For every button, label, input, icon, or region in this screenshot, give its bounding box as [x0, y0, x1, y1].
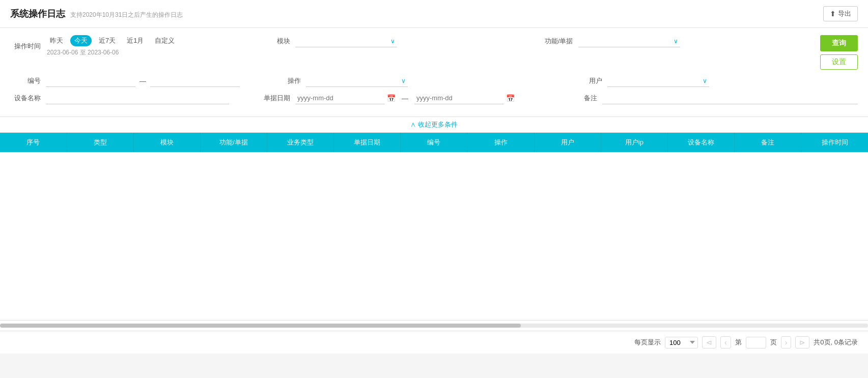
operation-select-wrapper: ∨: [306, 75, 408, 87]
user-filter-cell: 用户 ∨: [556, 75, 858, 87]
number-separator: —: [139, 77, 146, 85]
time-buttons: 昨天 今天 近7天 近1月 自定义: [46, 35, 179, 46]
col-remark: 备注: [735, 133, 801, 152]
scroll-bar-area: [0, 320, 868, 331]
remark-label: 备注: [567, 94, 602, 103]
col-docdate: 单据日期: [334, 133, 401, 152]
first-page-button[interactable]: ⊲: [702, 336, 716, 348]
col-type: 类型: [67, 133, 133, 152]
docdate-to-input[interactable]: [414, 92, 504, 104]
device-label: 设备名称: [10, 94, 46, 103]
query-button[interactable]: 查询: [820, 35, 858, 51]
operation-label: 操作: [270, 76, 306, 85]
col-function: 功能/单据: [200, 133, 267, 152]
page-summary: 共0页, 0条记录: [814, 338, 858, 347]
calendar-from-icon[interactable]: 📅: [387, 94, 396, 102]
function-filter-cell: 功能/单据 ∨: [527, 35, 810, 47]
number-from-input[interactable]: [46, 75, 135, 87]
module-filter-cell: 模块 ∨: [229, 35, 527, 47]
time-btn-custom[interactable]: 自定义: [151, 35, 179, 46]
docdate-range: 📅 — 📅: [295, 92, 515, 104]
col-userip: 用户ip: [601, 133, 667, 152]
number-filter-cell: 编号 —: [10, 75, 240, 87]
date-range-display: 2023-06-06 至 2023-06-06: [46, 48, 179, 57]
operation-filter-cell: 操作 ∨: [240, 75, 556, 87]
col-operation: 操作: [467, 133, 534, 152]
calendar-to-icon[interactable]: 📅: [506, 94, 515, 102]
prev-page-button[interactable]: ‹: [720, 336, 731, 348]
page-suffix: 页: [770, 338, 777, 347]
scroll-thumb[interactable]: [0, 324, 521, 328]
filter-row-1: 操作时间 昨天 今天 近7天 近1月 自定义 2023-06-06 至 2023…: [10, 35, 858, 70]
number-range: —: [46, 75, 240, 87]
export-button[interactable]: ⬆ 导出: [823, 6, 858, 21]
table-section: 序号 类型 模块 功能/单据 业务类型 单据日期 编号 操作 用户 用户ip 设…: [0, 133, 868, 320]
function-select[interactable]: [578, 35, 680, 47]
export-icon: ⬆: [830, 10, 836, 18]
docdate-label: 单据日期: [260, 94, 295, 103]
user-select[interactable]: [607, 75, 709, 87]
col-user: 用户: [534, 133, 601, 152]
page-header: 系统操作日志 支持2020年10月31日之后产生的操作日志 ⬆ 导出: [0, 0, 868, 28]
remark-filter-cell: 备注: [551, 92, 858, 104]
next-page-button[interactable]: ›: [781, 336, 792, 348]
collapse-label: 收起更多条件: [418, 121, 458, 128]
settings-button[interactable]: 设置: [820, 54, 858, 70]
col-optime: 操作时间: [801, 133, 868, 152]
function-select-wrapper: ∨: [578, 35, 680, 47]
page-title: 系统操作日志: [10, 8, 65, 20]
export-label: 导出: [838, 9, 851, 18]
time-filter-cell: 操作时间 昨天 今天 近7天 近1月 自定义 2023-06-06 至 2023…: [10, 35, 229, 57]
docdate-separator: —: [402, 95, 408, 102]
page-subtitle: 支持2020年10月31日之后产生的操作日志: [70, 11, 183, 19]
device-input[interactable]: [46, 92, 229, 104]
scroll-track[interactable]: [0, 324, 868, 328]
filter-section: 操作时间 昨天 今天 近7天 近1月 自定义 2023-06-06 至 2023…: [0, 28, 868, 117]
action-buttons: 查询 设置: [810, 35, 858, 70]
time-filter-group: 昨天 今天 近7天 近1月 自定义 2023-06-06 至 2023-06-0…: [46, 35, 179, 57]
module-label: 模块: [260, 37, 295, 46]
module-select-wrapper: ∨: [295, 35, 397, 47]
time-btn-7days[interactable]: 近7天: [95, 35, 120, 46]
time-btn-today[interactable]: 今天: [70, 35, 92, 46]
module-select[interactable]: [295, 35, 397, 47]
filter-row-2: 编号 — 操作 ∨ 用户 ∨: [10, 75, 858, 87]
number-to-input[interactable]: [150, 75, 240, 87]
function-label: 功能/单据: [543, 37, 578, 46]
collapse-icon: ∧: [410, 121, 416, 128]
col-biztype: 业务类型: [267, 133, 334, 152]
page-size-select[interactable]: 100 10 20 50 200: [665, 337, 698, 348]
data-table: 序号 类型 模块 功能/单据 业务类型 单据日期 编号 操作 用户 用户ip 设…: [0, 133, 868, 152]
remark-input[interactable]: [602, 92, 858, 104]
col-number: 编号: [401, 133, 467, 152]
docdate-from-input[interactable]: [295, 92, 385, 104]
table-header: 序号 类型 模块 功能/单据 业务类型 单据日期 编号 操作 用户 用户ip 设…: [0, 133, 868, 152]
col-device: 设备名称: [667, 133, 734, 152]
time-btn-yesterday[interactable]: 昨天: [46, 35, 67, 46]
col-module: 模块: [133, 133, 200, 152]
col-seq: 序号: [0, 133, 67, 152]
header-left: 系统操作日志 支持2020年10月31日之后产生的操作日志: [10, 8, 183, 20]
user-label: 用户: [572, 76, 607, 85]
user-select-wrapper: ∨: [607, 75, 709, 87]
empty-area: [0, 152, 868, 320]
last-page-button[interactable]: ⊳: [795, 336, 809, 348]
number-label: 编号: [10, 76, 46, 85]
page-size-label: 每页显示: [634, 338, 661, 347]
page-label: 第: [735, 338, 742, 347]
collapse-bar[interactable]: ∧ 收起更多条件: [0, 117, 868, 133]
table-header-row: 序号 类型 模块 功能/单据 业务类型 单据日期 编号 操作 用户 用户ip 设…: [0, 133, 868, 152]
docdate-filter-cell: 单据日期 📅 — 📅: [229, 92, 551, 104]
time-btn-1month[interactable]: 近1月: [123, 35, 148, 46]
device-filter-cell: 设备名称: [10, 92, 229, 104]
filter-row-3: 设备名称 单据日期 📅 — 📅 备注: [10, 92, 858, 104]
page-number-input[interactable]: 1: [746, 337, 766, 348]
pagination-bar: 每页显示 100 10 20 50 200 ⊲ ‹ 第 1 页 › ⊳ 共0页,…: [0, 331, 868, 354]
operation-select[interactable]: [306, 75, 408, 87]
time-label: 操作时间: [10, 42, 46, 51]
